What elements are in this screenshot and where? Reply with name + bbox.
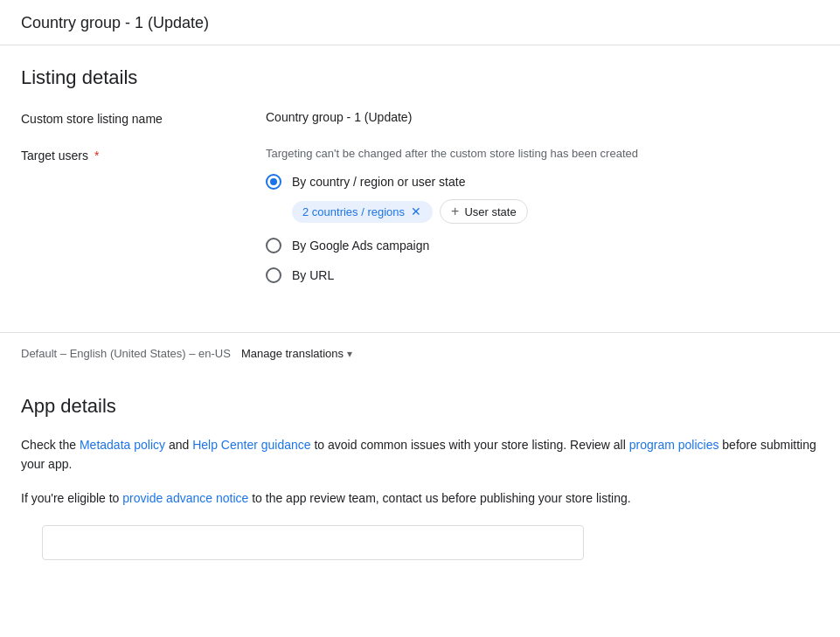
- notice-text: If you're eligible to provide advance no…: [21, 488, 819, 508]
- target-users-content: Targeting can't be changed after the cus…: [266, 147, 819, 283]
- page-title: Country group - 1 (Update): [21, 14, 819, 32]
- info-text-and: and: [165, 438, 192, 452]
- program-policies-link[interactable]: program policies: [629, 438, 719, 452]
- custom-store-name-content: Country group - 1 (Update): [266, 110, 819, 124]
- chip-label: 2 countries / regions: [302, 205, 405, 218]
- manage-translations-label: Manage translations: [241, 347, 344, 360]
- notice-prefix: If you're eligible to: [21, 491, 122, 505]
- required-indicator: *: [91, 149, 99, 163]
- manage-translations-button[interactable]: Manage translations ▾: [241, 347, 352, 360]
- radio-url-input[interactable]: [266, 267, 281, 283]
- notice-suffix: to the app review team, contact us befor…: [248, 491, 630, 505]
- listing-details-title: Listing details: [21, 66, 819, 89]
- translations-row: Default – English (United States) – en-U…: [0, 333, 840, 374]
- radio-google-ads-input[interactable]: [266, 238, 281, 253]
- metadata-policy-link[interactable]: Metadata policy: [80, 438, 165, 452]
- radio-country-label: By country / region or user state: [292, 174, 528, 189]
- radio-option-country[interactable]: By country / region or user state 2 coun…: [266, 174, 819, 224]
- custom-store-name-label: Custom store listing name: [21, 110, 266, 126]
- info-text: Check the Metadata policy and Help Cente…: [21, 435, 819, 474]
- target-users-label: Target users *: [21, 147, 266, 163]
- info-text-suffix: to avoid common issues with your store l…: [311, 438, 629, 452]
- radio-google-ads-label: By Google Ads campaign: [292, 238, 429, 253]
- custom-store-name-value: Country group - 1 (Update): [266, 110, 412, 124]
- help-center-link[interactable]: Help Center guidance: [192, 438, 310, 452]
- radio-group: By country / region or user state 2 coun…: [266, 174, 819, 283]
- chip-close-icon[interactable]: ✕: [410, 205, 422, 218]
- default-language-text: Default – English (United States) – en-U…: [21, 347, 231, 360]
- page-header: Country group - 1 (Update): [0, 0, 840, 45]
- radio-option-url[interactable]: By URL: [266, 267, 819, 283]
- listing-details-section: Listing details Custom store listing nam…: [0, 45, 840, 333]
- radio-url-label: By URL: [292, 267, 334, 282]
- add-user-state-chip[interactable]: + User state: [440, 199, 528, 224]
- countries-regions-chip[interactable]: 2 countries / regions ✕: [292, 201, 433, 223]
- radio-option-google-ads[interactable]: By Google Ads campaign: [266, 238, 819, 253]
- app-details-section: App details Check the Metadata policy an…: [0, 374, 840, 560]
- radio-country-content: By country / region or user state 2 coun…: [292, 174, 528, 224]
- chevron-down-icon: ▾: [347, 348, 352, 360]
- chips-row: 2 countries / regions ✕ + User state: [292, 199, 528, 224]
- plus-icon: +: [451, 204, 459, 218]
- user-state-label: User state: [464, 205, 516, 218]
- text-area-outline: [42, 525, 584, 560]
- targeting-note: Targeting can't be changed after the cus…: [266, 147, 819, 160]
- advance-notice-link[interactable]: provide advance notice: [122, 491, 248, 505]
- radio-country-input[interactable]: [266, 174, 281, 190]
- target-users-row: Target users * Targeting can't be change…: [21, 147, 819, 283]
- custom-store-name-row: Custom store listing name Country group …: [21, 110, 819, 126]
- app-details-title: App details: [21, 395, 819, 418]
- info-text-prefix: Check the: [21, 438, 80, 452]
